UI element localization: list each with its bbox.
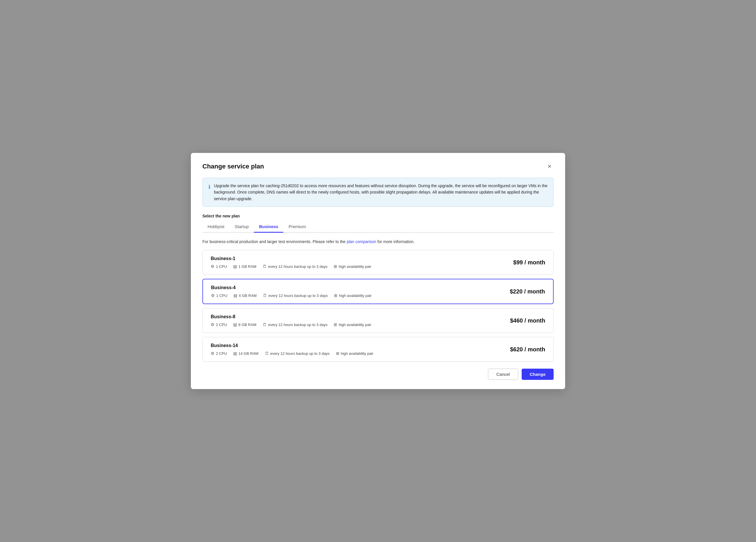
spec-cpu: ⚙ 2 CPU bbox=[211, 351, 227, 356]
plan-card-left: Business-8 ⚙ 2 CPU ▤ 8 GB RAM 🗒 every 1 bbox=[211, 314, 371, 327]
spec-backup-text: every 12 hours backup up to 3 days bbox=[268, 294, 328, 298]
cancel-button[interactable]: Cancel bbox=[488, 369, 518, 380]
plan-cards-container: Business-1 ⚙ 1 CPU ▤ 1 GB RAM 🗒 every 1 bbox=[202, 250, 554, 362]
spec-ram-text: 8 GB RAM bbox=[238, 323, 256, 327]
plan-desc-suffix: for more information. bbox=[376, 239, 415, 244]
tab-startup[interactable]: Startup bbox=[229, 221, 254, 233]
plan-card-left: Business-14 ⚙ 2 CPU ▤ 14 GB RAM 🗒 every bbox=[211, 343, 373, 356]
spec-ha: ⊞ high availability pair bbox=[334, 264, 371, 269]
ha-icon: ⊞ bbox=[334, 322, 337, 327]
spec-cpu-text: 1 CPU bbox=[216, 294, 227, 298]
spec-ha: ⊞ high availability pair bbox=[336, 351, 373, 356]
ram-icon: ▤ bbox=[233, 351, 237, 356]
spec-ha-text: high availability pair bbox=[341, 351, 373, 356]
plan-card-business-4[interactable]: Business-4 ⚙ 1 CPU ▤ 4 GB RAM 🗒 every 1 bbox=[202, 279, 554, 304]
spec-ram: ▤ 4 GB RAM bbox=[233, 293, 257, 298]
ha-icon: ⊞ bbox=[334, 293, 337, 298]
spec-backup: 🗒 every 12 hours backup up to 3 days bbox=[263, 322, 327, 327]
spec-cpu: ⚙ 2 CPU bbox=[211, 322, 227, 327]
spec-ram-text: 4 GB RAM bbox=[239, 294, 257, 298]
plan-name-business-1: Business-1 bbox=[211, 256, 371, 261]
spec-cpu: ⚙ 1 CPU bbox=[211, 264, 227, 269]
plan-specs-business-14: ⚙ 2 CPU ▤ 14 GB RAM 🗒 every 12 hours bac… bbox=[211, 351, 373, 356]
select-plan-label: Select the new plan bbox=[202, 214, 554, 218]
plan-card-business-8[interactable]: Business-8 ⚙ 2 CPU ▤ 8 GB RAM 🗒 every 1 bbox=[202, 308, 554, 333]
tab-premium[interactable]: Premium bbox=[283, 221, 311, 233]
backup-icon: 🗒 bbox=[265, 351, 269, 356]
modal-title: Change service plan bbox=[202, 163, 264, 170]
spec-cpu: ⚙ 1 CPU bbox=[211, 293, 227, 298]
cpu-icon: ⚙ bbox=[211, 351, 214, 356]
ha-icon: ⊞ bbox=[336, 351, 339, 356]
spec-backup: 🗒 every 12 hours backup up to 3 days bbox=[263, 293, 328, 298]
spec-backup: 🗒 every 12 hours backup up to 3 days bbox=[265, 351, 330, 356]
plan-price-business-1: $99 / month bbox=[513, 259, 545, 266]
plan-card-business-1[interactable]: Business-1 ⚙ 1 CPU ▤ 1 GB RAM 🗒 every 1 bbox=[202, 250, 554, 275]
plan-specs-business-4: ⚙ 1 CPU ▤ 4 GB RAM 🗒 every 12 hours back… bbox=[211, 293, 372, 298]
spec-ha-text: high availability pair bbox=[339, 294, 371, 298]
spec-ha: ⊞ high availability pair bbox=[334, 293, 371, 298]
spec-ram-text: 14 GB RAM bbox=[238, 351, 258, 356]
ha-icon: ⊞ bbox=[334, 264, 337, 269]
backup-icon: 🗒 bbox=[263, 264, 267, 269]
spec-cpu-text: 2 CPU bbox=[216, 323, 227, 327]
plan-specs-business-8: ⚙ 2 CPU ▤ 8 GB RAM 🗒 every 12 hours back… bbox=[211, 322, 371, 327]
spec-ha-text: high availability pair bbox=[339, 264, 371, 269]
ram-icon: ▤ bbox=[233, 322, 237, 327]
spec-cpu-text: 1 CPU bbox=[216, 264, 227, 269]
plan-name-business-14: Business-14 bbox=[211, 343, 373, 348]
info-banner-text: Upgrade the service plan for caching-251… bbox=[214, 182, 548, 202]
tab-business[interactable]: Business bbox=[254, 221, 284, 233]
plan-card-left: Business-1 ⚙ 1 CPU ▤ 1 GB RAM 🗒 every 1 bbox=[211, 256, 371, 269]
modal-header: Change service plan × bbox=[202, 162, 554, 171]
tabs-container: Hobbyist Startup Business Premium bbox=[202, 221, 554, 233]
plan-price-business-14: $620 / month bbox=[510, 346, 545, 353]
spec-ram: ▤ 14 GB RAM bbox=[233, 351, 258, 356]
backup-icon: 🗒 bbox=[263, 322, 267, 327]
modal-footer: Cancel Change bbox=[202, 369, 554, 380]
spec-ha: ⊞ high availability pair bbox=[334, 322, 371, 327]
cpu-icon: ⚙ bbox=[211, 264, 214, 269]
spec-backup: 🗒 every 12 hours backup up to 3 days bbox=[263, 264, 327, 269]
spec-ram: ▤ 8 GB RAM bbox=[233, 322, 256, 327]
spec-backup-text: every 12 hours backup up to 3 days bbox=[268, 323, 327, 327]
plan-card-business-14[interactable]: Business-14 ⚙ 2 CPU ▤ 14 GB RAM 🗒 every bbox=[202, 337, 554, 362]
cpu-icon: ⚙ bbox=[211, 322, 214, 327]
plan-card-left: Business-4 ⚙ 1 CPU ▤ 4 GB RAM 🗒 every 1 bbox=[211, 285, 372, 298]
spec-backup-text: every 12 hours backup up to 3 days bbox=[268, 264, 327, 269]
plan-price-business-4: $220 / month bbox=[510, 288, 545, 295]
plan-specs-business-1: ⚙ 1 CPU ▤ 1 GB RAM 🗒 every 12 hours back… bbox=[211, 264, 371, 269]
ram-icon: ▤ bbox=[233, 293, 237, 298]
change-button[interactable]: Change bbox=[522, 369, 554, 380]
plan-name-business-8: Business-8 bbox=[211, 314, 371, 320]
modal-overlay: Change service plan × ℹ Upgrade the serv… bbox=[0, 0, 756, 542]
backup-icon: 🗒 bbox=[263, 293, 267, 298]
spec-backup-text: every 12 hours backup up to 3 days bbox=[270, 351, 330, 356]
close-button[interactable]: × bbox=[545, 162, 554, 171]
spec-ram-text: 1 GB RAM bbox=[238, 264, 256, 269]
tab-hobbyist[interactable]: Hobbyist bbox=[202, 221, 229, 233]
plan-comparison-link[interactable]: plan comparison bbox=[347, 239, 376, 244]
spec-cpu-text: 2 CPU bbox=[216, 351, 227, 356]
plan-desc-text: For business-critical production and lar… bbox=[202, 239, 347, 244]
plan-price-business-8: $460 / month bbox=[510, 318, 545, 324]
info-banner: ℹ Upgrade the service plan for caching-2… bbox=[202, 178, 554, 207]
cpu-icon: ⚙ bbox=[211, 293, 215, 298]
spec-ha-text: high availability pair bbox=[339, 323, 371, 327]
info-icon: ℹ bbox=[208, 183, 210, 202]
plan-name-business-4: Business-4 bbox=[211, 285, 372, 290]
modal-dialog: Change service plan × ℹ Upgrade the serv… bbox=[191, 153, 565, 389]
spec-ram: ▤ 1 GB RAM bbox=[233, 264, 256, 269]
ram-icon: ▤ bbox=[233, 264, 237, 269]
plan-description: For business-critical production and lar… bbox=[202, 238, 554, 245]
